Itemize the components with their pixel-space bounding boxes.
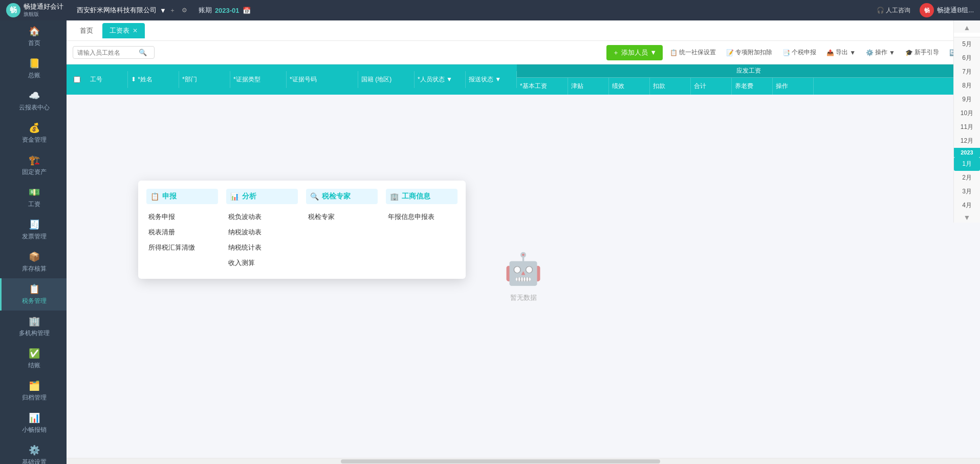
special-deduction-btn[interactable]: 📝 专项附加扣除: [723, 46, 775, 59]
content-inner: 📋 申报 税务申报 税表清册 所得税汇算清缴 📊 分析 税负波动表: [67, 95, 980, 464]
operate-chevron-icon: ▼: [889, 49, 895, 56]
sidebar-item-marketing[interactable]: 📊 小畅报销: [0, 407, 67, 439]
tax-table-clear-item[interactable]: 税表清册: [146, 225, 218, 240]
export-label: 导出: [836, 48, 848, 57]
date-nav-up[interactable]: ▲: [960, 23, 974, 33]
declaration-header: 📋 申报: [146, 189, 218, 204]
tab-home[interactable]: 首页: [73, 23, 100, 38]
sidebar-label-multi: 多机构管理: [19, 329, 50, 338]
date-month-7[interactable]: 7月: [954, 65, 980, 79]
date-month-2[interactable]: 2月: [954, 171, 980, 185]
th-id-type: *证据类型: [230, 71, 287, 88]
date-year-2023-label: 2023: [954, 148, 980, 157]
declaration-section: 📋 申报 税务申报 税表清册 所得税汇算清缴: [146, 189, 218, 271]
tax-expert-icon: 🔍: [310, 192, 319, 201]
tax-expert-section: 🔍 税检专家 税检专家: [306, 189, 378, 271]
operate-btn[interactable]: ⚙️ 操作 ▼: [863, 46, 898, 59]
chevron-down-icon: ▼: [160, 7, 166, 14]
operate-label: 操作: [875, 48, 887, 57]
tab-bar: 首页 工资表 ✕: [67, 20, 980, 41]
date-month-11[interactable]: 11月: [954, 120, 980, 134]
sidebar-item-payroll[interactable]: 💵 工资: [0, 182, 67, 214]
business-info-header: 🏢 工商信息: [386, 189, 458, 204]
income-calc-item[interactable]: 收入测算: [226, 255, 298, 271]
new-guide-btn[interactable]: 🎓 新手引导: [902, 46, 942, 59]
export-btn[interactable]: 📤 导出 ▼: [823, 46, 859, 59]
settings-icon: ⚙️: [29, 445, 40, 456]
tax-filing-item[interactable]: 税务申报: [146, 209, 218, 225]
search-input[interactable]: [77, 49, 139, 56]
app-name: 畅捷通好会计: [24, 3, 63, 11]
sidebar-item-settle[interactable]: ✅ 结账: [0, 343, 67, 375]
scroll-thumb[interactable]: [341, 459, 661, 463]
personal-tax-label: 个税申报: [792, 48, 816, 57]
analysis-section: 📊 分析 税负波动表 纳税波动表 纳税统计表 收入测算: [226, 189, 298, 271]
group-sub-headers: *基本工资 津贴 绩效 扣款 合计 养老费 操作: [517, 78, 980, 95]
th-checkbox[interactable]: [67, 76, 87, 83]
multi-org-icon: 🏢: [29, 316, 40, 327]
sidebar-item-assets[interactable]: 🏗️ 固定资产: [0, 149, 67, 182]
sidebar-item-ledger[interactable]: 📒 总账: [0, 53, 67, 85]
settle-icon: ✅: [29, 348, 40, 359]
date-month-10[interactable]: 10月: [954, 106, 980, 120]
date-month-12[interactable]: 12月: [954, 134, 980, 148]
sidebar-item-invoice[interactable]: 🧾 发票管理: [0, 214, 67, 246]
income-tax-calc-item[interactable]: 所得税汇算清缴: [146, 240, 218, 255]
annual-report-item[interactable]: 年报信息申报表: [386, 209, 458, 225]
sidebar-item-archive[interactable]: 🗂️ 归档管理: [0, 375, 67, 407]
should-pay-group: 应发工资 *基本工资 津贴 绩效 扣款 合计 养老费 操作: [517, 64, 980, 95]
date-month-4[interactable]: 4月: [954, 198, 980, 212]
logo-icon: 畅: [6, 3, 20, 17]
tax-payment-item[interactable]: 纳税波动表: [226, 225, 298, 240]
social-insurance-btn[interactable]: 📋 统一社保设置: [667, 46, 719, 59]
scroll-bar[interactable]: [67, 458, 980, 464]
sidebar-item-cloud-report[interactable]: ☁️ 云报表中心: [0, 85, 67, 117]
sidebar-item-fund[interactable]: 💰 资金管理: [0, 117, 67, 149]
date-year-2022: [954, 33, 980, 37]
date-nav-down[interactable]: ▼: [960, 212, 974, 223]
ledger-icon: 📒: [29, 58, 40, 69]
marketing-icon: 📊: [29, 412, 40, 424]
add-employee-btn[interactable]: ＋ 添加人员 ▼: [606, 45, 663, 60]
add-icon: ＋: [613, 48, 619, 57]
analysis-label: 分析: [242, 192, 256, 201]
avatar: 畅: [920, 3, 934, 17]
support-btn[interactable]: 🎧 人工咨询: [874, 4, 913, 17]
sidebar-item-settings[interactable]: ⚙️ 基础设置: [0, 439, 67, 464]
tax-stats-item[interactable]: 纳税统计表: [226, 240, 298, 255]
date-month-6[interactable]: 6月: [954, 51, 980, 65]
date-month-9[interactable]: 9月: [954, 93, 980, 106]
period-info: 账期 2023-01 📅: [199, 6, 251, 15]
date-month-3[interactable]: 3月: [954, 185, 980, 198]
date-month-8[interactable]: 8月: [954, 79, 980, 93]
tab-payroll[interactable]: 工资表 ✕: [102, 23, 145, 38]
calendar-icon[interactable]: 📅: [243, 7, 251, 14]
sidebar-label-cloud: 云报表中心: [19, 103, 50, 112]
table-header: 工号 ⬍ *姓名 *部门 *证据类型 *证据号码 国籍 (地区) *人员状态 ▼…: [67, 64, 980, 95]
sidebar-item-home[interactable]: 🏠 首页: [0, 20, 67, 53]
th-deduction: 扣款: [650, 78, 691, 95]
add-company-btn[interactable]: ＋: [166, 4, 179, 17]
company-settings-btn[interactable]: ⚙: [179, 5, 190, 16]
personal-tax-btn[interactable]: 📑 个税申报: [779, 46, 819, 59]
select-all-checkbox[interactable]: [74, 76, 80, 83]
expert-item[interactable]: 税检专家: [306, 209, 378, 225]
date-month-5[interactable]: 5月: [954, 37, 980, 51]
payroll-icon: 💵: [29, 187, 40, 198]
company-selector[interactable]: 西安虾米网络科技有限公司 ▼: [77, 6, 166, 15]
operate-icon: ⚙️: [866, 49, 874, 56]
tax-burden-item[interactable]: 税负波动表: [226, 209, 298, 225]
social-icon: 📋: [670, 49, 678, 56]
sidebar-label-invoice: 发票管理: [22, 232, 47, 241]
group-header: 应发工资: [517, 64, 980, 78]
sidebar-item-tax[interactable]: 📋 税务管理: [0, 278, 67, 311]
tab-payroll-label: 工资表: [110, 26, 129, 35]
date-month-1[interactable]: 1月: [954, 157, 980, 171]
tab-close-icon[interactable]: ✕: [133, 27, 138, 34]
sidebar-label-ledger: 总账: [28, 71, 40, 80]
user-menu[interactable]: 畅 畅捷通B组...: [920, 3, 974, 17]
new-guide-label: 新手引导: [914, 48, 939, 57]
sidebar-label-archive: 归档管理: [22, 393, 47, 402]
sidebar-item-inventory[interactable]: 📦 库存核算: [0, 246, 67, 278]
sidebar-item-multi-org[interactable]: 🏢 多机构管理: [0, 311, 67, 343]
